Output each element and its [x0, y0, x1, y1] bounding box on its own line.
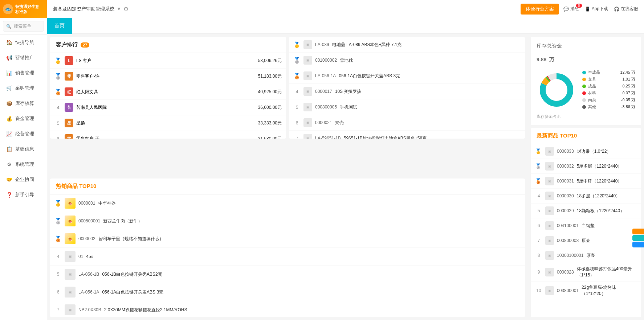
customer-list-item[interactable]: 🥇 L LS 客户 53,006.26元: [50, 53, 286, 69]
sidebar-item-operation[interactable]: 📈 经营管理: [0, 126, 47, 141]
sidebar-nav: 🏠 快捷导航 📢 营销推广 📊 销售管理 🛒 采购管理 📦 库存核算 💰 资金管…: [0, 35, 47, 320]
customer-badge-icon: 零: [65, 134, 73, 139]
legend-name: 肉类: [588, 97, 619, 103]
new-product-item[interactable]: 10 ▣ 003800001 22g鱼豆腐·烧烤味（1*12*20）: [531, 282, 641, 300]
sidebar-item-purchase[interactable]: 🛒 采购管理: [0, 81, 47, 96]
customer-badge-icon: 星: [65, 119, 73, 127]
new-products-title: 最新商品 TOP10: [531, 128, 641, 144]
quick-nav-icon: 🏠: [6, 39, 12, 46]
hot-product-name: 智利车子里（规格不知道填什么）: [98, 236, 164, 242]
top-product-item[interactable]: 🥇 ▣ LA-089 电池盖 LA-089 ABS本色+黑种 7.1克: [289, 37, 525, 53]
legend-dot: [582, 98, 586, 102]
hot-product-item[interactable]: 5 ▣ LA-056-1B 056-1B白色按键开关壳ABS2壳: [50, 266, 525, 283]
new-product-item[interactable]: 8 ▣ 10000100001 原壶: [531, 248, 641, 263]
new-product-code: 10000100001: [557, 253, 583, 258]
legend-value: 0.07 万: [623, 90, 635, 96]
new-product-item[interactable]: 🥉 ▣ 0000031 5厘中纤（1220*2440）: [531, 174, 641, 189]
hot-product-code: 000500001: [78, 218, 100, 223]
hot-product-item[interactable]: 🥈 🍖 000500001 新西兰牛肉（新牛）: [50, 212, 525, 230]
app-download-button[interactable]: 📱 App下载: [585, 6, 608, 12]
new-products-card: 最新商品 TOP10 🥇 ▣ 0000033 封边带（1.0*22） 🥈 ▣ 0…: [531, 128, 641, 317]
new-product-thumb: ▣: [545, 177, 554, 185]
new-product-code: 0000030: [557, 193, 574, 198]
new-product-name: 白钢垫: [582, 223, 637, 229]
product-code: LA-056-1A: [315, 73, 336, 78]
hot-product-item[interactable]: 🥉 🍖 0000002 智利车子里（规格不知道填什么）: [50, 230, 525, 248]
float-community-btn[interactable]: 服务社区: [632, 235, 644, 241]
customer-name: 星扬: [76, 120, 255, 126]
finance-icon: 💰: [6, 115, 12, 122]
sidebar-item-system[interactable]: ⚙ 系统管理: [0, 157, 47, 172]
sidebar-item-basic[interactable]: 📋 基础信息: [0, 141, 47, 157]
hot-product-item[interactable]: 6 ▣ LA-056-1A 056-1A白色按键开关盖ABS 3壳: [50, 283, 525, 301]
customer-ranking-panel: 客户排行 27 🥇 L LS 客户 53,006.26元 🥈 零 零售客户-许 …: [50, 37, 286, 139]
legend-name: 其他: [588, 104, 619, 110]
top-products-panel: 🥇 ▣ LA-089 电池盖 LA-089 ABS本色+黑种 7.1克 🥈 ▣ …: [289, 37, 525, 139]
new-product-item[interactable]: 🥇 ▣ 0000033 封边带（1.0*22）: [531, 144, 641, 159]
new-product-item[interactable]: 9 ▣ 0000028 体械嘉枝味苏打饮品400毫升（1*15）: [531, 263, 641, 282]
product-code: LA-59651-1B: [315, 136, 341, 139]
product-thumb: ▣: [303, 56, 312, 65]
hot-product-item[interactable]: 🥇 🍖 0000001 中华神器: [50, 194, 525, 212]
top-product-item[interactable]: 🥉 ▣ LA-056-1A 056-1A白色按键开关盖ABS 3克: [289, 68, 525, 84]
top-product-item[interactable]: 7 ▣ LA-59651-1B 59651-1B旋转投影灯电池盒ABS黑色+58…: [289, 131, 525, 139]
customer-list-item[interactable]: 🥈 零 零售客户-许 51,183.00元: [50, 69, 286, 84]
system-name: 装备及固定资产辅助管理系统 ▼ ⚙: [53, 5, 516, 12]
sidebar-item-quick-nav[interactable]: 🏠 快捷导航: [0, 35, 47, 50]
system-icon: ⚙: [6, 161, 12, 168]
product-code: 0000017: [315, 89, 332, 94]
new-product-item[interactable]: 5 ▣ 0000029 18颗粒板（1220*2440）: [531, 204, 641, 218]
tab-home[interactable]: 首页: [47, 18, 72, 34]
legend-value: -3.86 万: [621, 104, 635, 110]
customer-badge-icon: 苦: [65, 103, 73, 112]
search-menu-button[interactable]: 🔍 搜索菜单: [3, 21, 44, 32]
content-area: 客户排行 27 🥇 L LS 客户 53,006.26元 🥈 零 零售客户-许 …: [47, 34, 644, 320]
new-product-item[interactable]: 🥈 ▣ 0000032 5厘多层（1220*2440）: [531, 159, 641, 174]
hot-product-code: LA-056-1A: [78, 290, 99, 295]
message-button[interactable]: 💬 消息 6: [563, 6, 579, 12]
dropdown-button[interactable]: ▼: [117, 6, 121, 12]
customer-list-item[interactable]: 4 苦 苦南县人民医院 36,600.00元: [50, 100, 286, 115]
sidebar-item-guide[interactable]: ❓ 新手引导: [0, 187, 47, 202]
hot-products-list: 🥇 🍖 0000001 中华神器 🥈 🍖 000500001 新西兰牛肉（新牛）…: [50, 194, 525, 317]
new-product-thumb: ▣: [545, 268, 554, 276]
left-content: 客户排行 27 🥇 L LS 客户 53,006.26元 🥈 零 零售客户-许 …: [47, 34, 528, 320]
top-product-item[interactable]: 4 ▣ 0000017 10S 变扭罗孩: [289, 84, 525, 99]
float-service-btn[interactable]: 客服热线: [632, 229, 644, 234]
hot-product-item[interactable]: 4 ▣ 01 45#: [50, 248, 525, 266]
sidebar-item-marketing[interactable]: 📢 营销推广: [0, 50, 47, 65]
new-product-code: 003800001: [557, 288, 579, 293]
customer-name: 零售客户-许: [76, 73, 255, 79]
top-product-item[interactable]: 5 ▣ 000800005 手机测试: [289, 99, 525, 115]
customer-amount: 21,680.00元: [258, 136, 282, 139]
inventory-card: 库存总资金 9.88 万: [531, 37, 641, 125]
hot-product-code: NB2.0X30B: [78, 307, 101, 312]
new-product-item[interactable]: 6 ▣ 004100001 白钢垫: [531, 218, 641, 233]
top-product-item[interactable]: 6 ▣ 0000021 夹壳: [289, 115, 525, 131]
product-code: 0000021: [315, 120, 332, 125]
new-product-item[interactable]: 4 ▣ 0000030 18多层（1220*2440）: [531, 189, 641, 204]
settings-button[interactable]: ⚙: [123, 5, 129, 12]
customer-list-item[interactable]: 5 星 星扬 33,333.00元: [50, 115, 286, 131]
service-button[interactable]: 🎧 在线客服: [614, 6, 638, 12]
product-image: 🍖: [65, 216, 76, 226]
operation-icon: 📈: [6, 131, 12, 137]
customer-list-item[interactable]: 6 零 零售客户-于 21,680.00元: [50, 131, 286, 139]
hot-product-name: 45#: [86, 254, 93, 259]
legend-value: 1.01 万: [623, 77, 635, 82]
new-product-thumb: ▣: [545, 286, 554, 295]
float-live-btn[interactable]: 直播: [632, 242, 644, 247]
sidebar: 🐟 畅捷通好生意 标准版 🔍 搜索菜单 🏠 快捷导航 📢 营销推广 📊 销售管理…: [0, 0, 47, 320]
customer-amount: 51,183.00元: [258, 73, 282, 79]
customer-list-item[interactable]: 🥉 红 红太阳文具 40,925.00元: [50, 84, 286, 100]
legend-item: 其他 -3.86 万: [582, 104, 635, 110]
new-product-item[interactable]: 7 ▣ 000800008 原壶: [531, 233, 641, 248]
hot-product-item[interactable]: 7 ▣ NB2.0X30B 2.0X30MM双搓花轴搓花直径2.1MM/ROHS: [50, 301, 525, 317]
product-name: 雪地靴: [340, 57, 521, 63]
sidebar-item-coop[interactable]: 🤝 企业协同: [0, 172, 47, 187]
top-product-item[interactable]: 🥈 ▣ 001000002 雪地靴: [289, 53, 525, 68]
sidebar-item-finance[interactable]: 💰 资金管理: [0, 111, 47, 126]
sidebar-item-inventory[interactable]: 📦 库存核算: [0, 96, 47, 111]
sidebar-item-sales[interactable]: 📊 销售管理: [0, 65, 47, 81]
trial-button[interactable]: 体验行业方案: [521, 4, 559, 15]
